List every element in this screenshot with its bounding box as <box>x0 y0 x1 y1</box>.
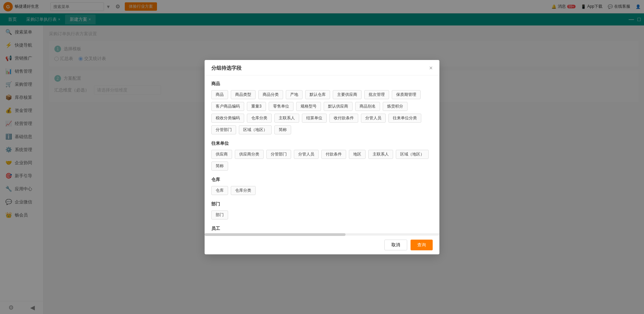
field-tag[interactable]: 简称 <box>274 125 291 134</box>
section-warehouse: 仓库 仓库 仓库分类 <box>211 177 433 195</box>
field-tag[interactable]: 仓库分类 <box>231 186 256 195</box>
modal-footer: 取消 查询 <box>205 235 439 254</box>
field-tag[interactable]: 默认仓库 <box>305 90 330 99</box>
field-tag[interactable]: 地区 <box>349 150 366 159</box>
field-tag[interactable]: 默认供应商 <box>324 102 353 111</box>
section-employee-title: 员工 <box>211 226 433 232</box>
section-department: 部门 部门 <box>211 201 433 219</box>
field-select-modal: 分组待选字段 × 商品 商品 商品类型 商品分类 产地 默认仓库 主要供应商 批… <box>205 60 439 254</box>
hscroll-thumb <box>205 233 345 236</box>
section-employee: 员工 业务员 <box>211 226 433 233</box>
field-tag[interactable]: 商品类型 <box>231 90 256 99</box>
goods-field-tags: 商品 商品类型 商品分类 产地 默认仓库 主要供应商 批次管理 保质期管理 客户… <box>211 90 433 134</box>
field-tag[interactable]: 规格型号 <box>296 102 321 111</box>
field-tag[interactable]: 分管部门 <box>266 150 291 159</box>
field-tag[interactable]: 炼货积分 <box>383 102 408 111</box>
field-tag[interactable]: 往来单位分类 <box>388 114 421 123</box>
field-tag[interactable]: 批次管理 <box>364 90 389 99</box>
field-tag[interactable]: 分管人员 <box>361 114 386 123</box>
modal-overlay: 分组待选字段 × 商品 商品 商品类型 商品分类 产地 默认仓库 主要供应商 批… <box>0 0 644 314</box>
field-tag[interactable]: 商品别名 <box>355 102 380 111</box>
field-tag[interactable]: 供应商 <box>211 150 232 159</box>
section-goods: 商品 商品 商品类型 商品分类 产地 默认仓库 主要供应商 批次管理 保质期管理… <box>211 81 433 134</box>
section-counterpart: 往来单位 供应商 供应商分类 分管部门 分管人员 付款条件 地区 主联系人 区域… <box>211 140 433 171</box>
field-tag[interactable]: 产地 <box>286 90 303 99</box>
field-tag[interactable]: 分管人员 <box>294 150 319 159</box>
field-tag[interactable]: 重量3 <box>247 102 266 111</box>
field-tag[interactable]: 保质期管理 <box>392 90 421 99</box>
field-tag[interactable]: 区域（地区） <box>239 125 272 134</box>
section-department-title: 部门 <box>211 201 433 207</box>
counterpart-field-tags: 供应商 供应商分类 分管部门 分管人员 付款条件 地区 主联系人 区域（地区） … <box>211 150 433 171</box>
section-counterpart-title: 往来单位 <box>211 140 433 146</box>
field-tag[interactable]: 部门 <box>211 210 228 219</box>
section-goods-title: 商品 <box>211 81 433 87</box>
field-tag[interactable]: 付款条件 <box>321 150 346 159</box>
field-tag[interactable]: 零售单位 <box>269 102 293 111</box>
field-tag[interactable]: 商品 <box>211 90 228 99</box>
department-field-tags: 部门 <box>211 210 433 219</box>
modal-body: 商品 商品 商品类型 商品分类 产地 默认仓库 主要供应商 批次管理 保质期管理… <box>205 75 439 233</box>
field-tag[interactable]: 税收分类编码 <box>211 114 244 123</box>
modal-hscrollbar[interactable] <box>205 233 439 235</box>
field-tag[interactable]: 分管部门 <box>211 125 236 134</box>
field-tag[interactable]: 供应商分类 <box>235 150 264 159</box>
field-tag[interactable]: 商品分类 <box>258 90 283 99</box>
field-tag[interactable]: 主联系人 <box>368 150 393 159</box>
field-tag[interactable]: 仓库分类 <box>247 114 272 123</box>
field-tag[interactable]: 主要供应商 <box>333 90 362 99</box>
modal-cancel-btn[interactable]: 取消 <box>384 240 407 250</box>
field-tag[interactable]: 客户商品编码 <box>211 102 244 111</box>
modal-close-btn[interactable]: × <box>429 65 433 72</box>
field-tag[interactable]: 简称 <box>211 162 228 171</box>
modal-header: 分组待选字段 × <box>205 60 439 75</box>
modal-title: 分组待选字段 <box>211 65 241 71</box>
modal-confirm-btn[interactable]: 查询 <box>411 240 433 250</box>
field-tag[interactable]: 区域（地区） <box>396 150 429 159</box>
field-tag[interactable]: 仓库 <box>211 186 228 195</box>
warehouse-field-tags: 仓库 仓库分类 <box>211 186 433 195</box>
field-tag[interactable]: 结算单位 <box>302 114 327 123</box>
section-warehouse-title: 仓库 <box>211 177 433 183</box>
field-tag[interactable]: 主联系人 <box>274 114 299 123</box>
field-tag[interactable]: 收付款条件 <box>329 114 358 123</box>
